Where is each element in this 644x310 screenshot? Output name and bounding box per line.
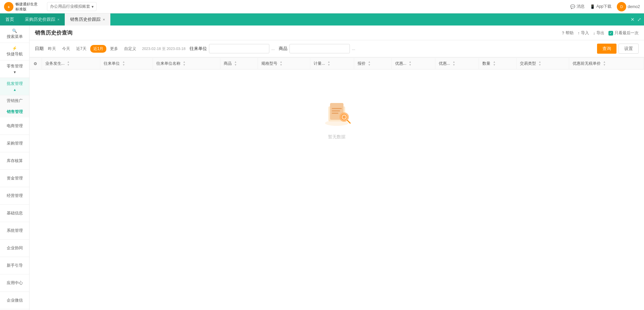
date-range-text: 2023-02-18 至 2023-03-18 — [142, 46, 185, 51]
export-action[interactable]: ↓ 导出 — [593, 30, 604, 36]
th-quantity[interactable]: 数量 ▲ ▼ — [479, 58, 517, 69]
sidebar-item-purchase[interactable]: 采购管理 — [0, 135, 29, 152]
sort-arrows-discount1: ▲ ▼ — [409, 61, 412, 66]
sidebar-item-quick-nav[interactable]: ⚡ 快捷导航 — [0, 43, 29, 60]
message-action[interactable]: 💬 消息 — [570, 4, 585, 9]
svg-rect-5 — [332, 108, 342, 109]
empty-state: 暂无数据 — [30, 69, 644, 167]
tab-home[interactable]: 首页 — [0, 13, 19, 25]
sidebar: 🔍 搜索菜单 ⚡ 快捷导航 零售管理 ▾ 批发管理 ▴ 营销推广 销售管理 电商… — [0, 25, 30, 310]
top-bar-right: 💬 消息 📱 App下载 D demo2 — [570, 2, 640, 11]
only-last-action[interactable]: ✓ 只看最后一次 — [608, 30, 639, 36]
svg-text:6: 6 — [8, 5, 9, 9]
close-sales-history-tab[interactable]: × — [103, 17, 105, 21]
top-bar-left: 6 畅捷通好生意 标准版 办公用品行业模拟账套 ▾ — [4, 2, 97, 11]
date-btn-custom[interactable]: 自定义 — [122, 45, 139, 53]
sidebar-item-enterprise[interactable]: 企业协同 — [0, 240, 29, 257]
sidebar-item-retail[interactable]: 零售管理 ▾ — [0, 60, 29, 78]
partner-input[interactable] — [209, 44, 269, 53]
message-icon: 💬 — [570, 4, 575, 9]
sidebar-item-sales-mgmt[interactable]: 销售管理 — [0, 106, 29, 117]
app-download-action[interactable]: 📱 App下载 — [590, 4, 611, 9]
search-button[interactable]: 查询 — [597, 44, 616, 54]
th-partner-name[interactable]: 往来单位名称 ▲ ▼ — [153, 58, 220, 69]
app-selector-label: 办公用品行业模拟账套 — [50, 4, 90, 9]
import-action[interactable]: ↑ 导入 — [578, 30, 589, 36]
page-title: 销售历史价查询 — [35, 30, 72, 37]
sidebar-item-ecommerce[interactable]: 电商管理 — [0, 117, 29, 135]
maximize-icon[interactable]: ⤢ — [637, 17, 641, 22]
chevron-down-icon: ▾ — [14, 70, 16, 74]
main-layout: 🔍 搜索菜单 ⚡ 快捷导航 零售管理 ▾ 批发管理 ▴ 营销推广 销售管理 电商… — [0, 25, 644, 310]
sidebar-item-search-menu[interactable]: 🔍 搜索菜单 — [0, 25, 29, 43]
only-last-checkbox[interactable]: ✓ — [608, 31, 613, 36]
date-btn-more[interactable]: 更多 — [108, 45, 120, 53]
filter-btn-group: 查询 设置 — [597, 44, 639, 54]
th-trade-type[interactable]: 交易类型 ▲ ▼ — [517, 58, 569, 69]
th-settings[interactable]: ⚙ — [30, 58, 42, 69]
sort-arrows-quoted-price: ▲ ▼ — [368, 61, 371, 66]
home-tab-label: 首页 — [5, 16, 14, 22]
tab-bar-actions: ✕ ⤢ — [631, 13, 644, 25]
th-product[interactable]: 商品 ▲ ▼ — [220, 58, 258, 69]
app-logo-icon: 6 — [4, 2, 13, 11]
partner-dots[interactable]: ... — [271, 46, 275, 51]
sidebar-item-basic-info[interactable]: 基础信息 — [0, 205, 29, 222]
sort-arrows-partner-code: ▲ ▼ — [122, 61, 125, 66]
user-menu[interactable]: D demo2 — [617, 2, 640, 11]
th-unit[interactable]: 计量... ▲ ▼ — [310, 58, 354, 69]
th-spec[interactable]: 规格型号 ▲ ▼ — [258, 58, 310, 69]
tab-purchase-history[interactable]: 采购历史价跟踪 × — [19, 13, 65, 25]
sidebar-item-guide[interactable]: 新手引导 — [0, 257, 29, 274]
date-btn-7days[interactable]: 近7天 — [74, 45, 89, 53]
sidebar-item-app-center[interactable]: 应用中心 — [0, 274, 29, 292]
th-pretax-price[interactable]: 优惠前无税单价 ▲ ▼ — [569, 58, 644, 69]
date-btn-today[interactable]: 今天 — [60, 45, 72, 53]
import-icon: ↑ — [578, 31, 580, 36]
sidebar-item-wechat[interactable]: 企业微信 — [0, 292, 29, 309]
sort-arrows-discount2: ▲ ▼ — [452, 61, 455, 66]
th-discount2[interactable]: 优惠... ▲ ▼ — [435, 58, 479, 69]
empty-text: 暂无数据 — [328, 134, 345, 140]
th-discount1[interactable]: 优惠... ▲ ▼ — [391, 58, 435, 69]
sidebar-item-inventory[interactable]: 库存核算 — [0, 152, 29, 170]
tab-bar: 首页 采购历史价跟踪 × 销售历史价跟踪 × ✕ ⤢ — [0, 13, 644, 25]
close-all-tabs[interactable]: ✕ — [631, 17, 635, 22]
empty-icon — [320, 96, 354, 130]
export-icon: ↓ — [593, 31, 595, 36]
chevron-up-icon: ▴ — [14, 87, 16, 92]
date-btn-1month[interactable]: 近1月 — [90, 45, 107, 53]
th-quoted-price[interactable]: 报价 ▲ ▼ — [354, 58, 391, 69]
sidebar-item-wholesale[interactable]: 批发管理 ▴ — [0, 78, 29, 95]
table-container: ⚙ 业务发生... ▲ ▼ 往来单位 ▲ — [30, 58, 644, 310]
th-biz-date[interactable]: 业务发生... ▲ ▼ — [42, 58, 100, 69]
th-partner-code[interactable]: 往来单位 ▲ ▼ — [100, 58, 153, 69]
close-purchase-history-tab[interactable]: × — [57, 17, 59, 21]
empty-row: 暂无数据 — [30, 69, 644, 167]
avatar: D — [617, 2, 626, 11]
retail-label: 零售管理 — [7, 63, 23, 69]
tab-sales-history[interactable]: 销售历史价跟踪 × — [65, 13, 110, 25]
logo-text: 畅捷通好生意 标准版 — [15, 2, 38, 11]
sort-arrows-quantity: ▲ ▼ — [493, 61, 496, 66]
date-filter-group: 日期 昨天 今天 近7天 近1月 更多 自定义 2023-02-18 至 202… — [35, 45, 185, 53]
help-action[interactable]: ? 帮助 — [562, 30, 574, 36]
sidebar-item-operations[interactable]: 经营管理 — [0, 187, 29, 205]
settings-button[interactable]: 设置 — [619, 44, 639, 54]
sidebar-item-marketing[interactable]: 营销推广 — [0, 95, 29, 106]
date-btn-yesterday[interactable]: 昨天 — [46, 45, 58, 53]
sidebar-item-finance[interactable]: 资金管理 — [0, 170, 29, 187]
partner-label: 往来单位 — [190, 46, 207, 52]
sort-arrows-spec: ▲ ▼ — [280, 61, 282, 66]
product-label: 商品 — [279, 46, 287, 52]
svg-rect-6 — [332, 110, 340, 111]
sidebar-item-system[interactable]: 系统管理 — [0, 222, 29, 240]
product-input[interactable] — [289, 44, 350, 53]
svg-point-9 — [341, 114, 347, 120]
logo-area: 6 畅捷通好生意 标准版 — [4, 2, 38, 11]
chevron-down-icon: ▾ — [92, 4, 94, 9]
app-selector[interactable]: 办公用品行业模拟账套 ▾ — [47, 2, 97, 11]
product-dots[interactable]: ... — [352, 46, 355, 51]
date-buttons: 昨天 今天 近7天 近1月 更多 自定义 — [46, 45, 139, 53]
page-header: 销售历史价查询 ? 帮助 ↑ 导入 ↓ 导出 ✓ — [30, 25, 644, 40]
